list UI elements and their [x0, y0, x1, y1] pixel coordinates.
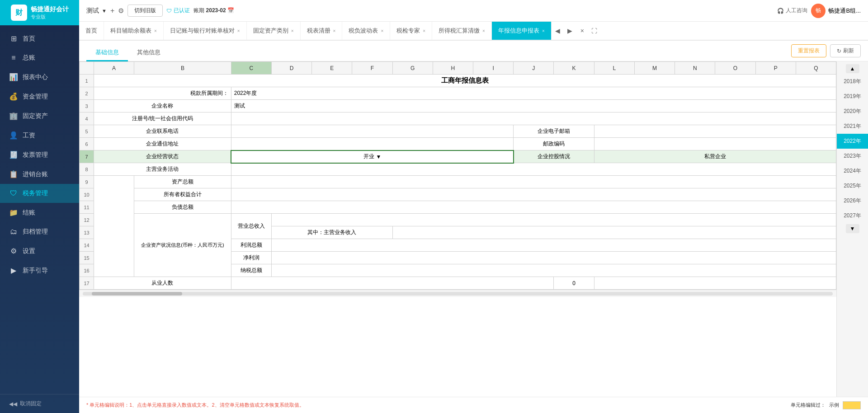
cell-11-C[interactable] — [231, 201, 836, 214]
tab-close-icon[interactable]: × — [291, 28, 294, 33]
col-header-D[interactable]: D — [271, 62, 311, 75]
tab-close-icon[interactable]: × — [381, 28, 383, 33]
tab-close-all-icon[interactable]: × — [577, 27, 588, 34]
sidebar-item-invoice[interactable]: 🧾 发票管理 — [0, 145, 79, 164]
tab-close-icon[interactable]: × — [542, 28, 545, 33]
tab-home[interactable]: 首页 — [79, 22, 104, 40]
cell-title[interactable]: 工商年报信息表 — [94, 75, 836, 87]
tab-tax-fluctuation[interactable]: 税负波动表 × — [342, 22, 390, 40]
sidebar-item-ledger[interactable]: ≡ 总账 — [0, 48, 79, 67]
cell-17-K[interactable]: 0 — [554, 277, 594, 290]
tab-tax-inspect[interactable]: 税检专家 × — [390, 22, 432, 40]
app-logo[interactable]: 财 畅捷通好会计 专业版 — [0, 0, 79, 25]
year-item-2025[interactable]: 2025年 — [837, 178, 868, 193]
fullscreen-icon[interactable]: ⛶ — [588, 28, 601, 34]
year-item-2022[interactable]: 2022年 — [837, 134, 868, 149]
cell-2-C[interactable]: 2022年度 — [231, 87, 836, 100]
project-selector[interactable]: 测试 ▼ — [86, 7, 107, 15]
sidebar-item-purchase[interactable]: 📋 进销台账 — [0, 164, 79, 184]
user-menu[interactable]: 畅 畅捷通B组... — [811, 4, 861, 18]
col-header-F[interactable]: F — [352, 62, 392, 75]
cell-15-C[interactable] — [271, 252, 836, 264]
refresh-btn[interactable]: ↻ 刷新 — [830, 44, 861, 57]
tab-income-tax[interactable]: 所得税汇算清缴 × — [432, 22, 492, 40]
col-header-N[interactable]: N — [675, 62, 715, 75]
sub-tab-other[interactable]: 其他信息 — [128, 45, 170, 61]
cell-13-F[interactable] — [392, 226, 836, 239]
tab-journal[interactable]: 日记账与银行对账单核对 × — [164, 22, 247, 40]
cell-10-C[interactable] — [231, 188, 836, 201]
sidebar-item-guide[interactable]: ▶ 新手引导 — [0, 261, 79, 280]
hscroll-thumb[interactable] — [92, 292, 182, 296]
col-header-O[interactable]: O — [715, 62, 755, 75]
cell-8-C[interactable] — [231, 163, 836, 176]
col-header-M[interactable]: M — [634, 62, 675, 75]
year-item-2024[interactable]: 2024年 — [837, 164, 868, 178]
calendar-icon[interactable]: 📅 — [227, 7, 234, 14]
sidebar-item-funds[interactable]: 💰 资金管理 — [0, 87, 79, 106]
year-item-2020[interactable]: 2020年 — [837, 104, 868, 119]
h-scrollbar[interactable] — [79, 290, 836, 297]
reset-btn[interactable]: 重置报表 — [791, 44, 826, 57]
consult-btn[interactable]: 🎧 人工咨询 — [777, 7, 807, 14]
cell-4-C[interactable] — [231, 113, 836, 125]
year-item-2021[interactable]: 2021年 — [837, 119, 868, 134]
sidebar-item-tax[interactable]: 🛡 税务管理 — [0, 184, 79, 203]
col-header-A[interactable]: A — [94, 62, 134, 75]
cell-6-C[interactable] — [231, 138, 514, 150]
cell-9-C[interactable] — [231, 176, 836, 188]
cell-3-C[interactable]: 测试 — [231, 100, 836, 113]
sidebar-item-salary[interactable]: 👤 工资 — [0, 126, 79, 145]
tab-tax-table[interactable]: 税表清册 × — [301, 22, 343, 40]
cell-12-C[interactable] — [271, 214, 836, 226]
sidebar-item-close[interactable]: 📁 结账 — [0, 203, 79, 222]
add-icon[interactable]: + — [110, 7, 114, 15]
year-item-2027[interactable]: 2027年 — [837, 208, 868, 223]
gear-icon[interactable]: ⚙ — [118, 7, 124, 15]
tab-close-icon[interactable]: × — [333, 28, 336, 33]
cell-6-L[interactable] — [594, 138, 836, 150]
dropdown-kaiye[interactable]: 开业 ▼ — [234, 153, 510, 160]
col-header-L[interactable]: L — [594, 62, 634, 75]
cell-16-C[interactable] — [271, 264, 836, 277]
cell-7-L[interactable]: 私营企业 — [594, 150, 836, 163]
sidebar-item-reports[interactable]: 📊 报表中心 — [0, 67, 79, 87]
switch-old-btn[interactable]: 切到旧版 — [127, 5, 163, 17]
year-item-2019[interactable]: 2019年 — [837, 89, 868, 104]
col-header-E[interactable]: E — [312, 62, 352, 75]
cell-5-L[interactable] — [594, 125, 836, 138]
sidebar-item-settings[interactable]: ⚙ 设置 — [0, 241, 79, 261]
tab-fixed-assets[interactable]: 固定资产类别 × — [247, 22, 301, 40]
tab-close-icon[interactable]: × — [237, 28, 240, 33]
spreadsheet-scroll[interactable]: A B C D E F G H I J K L M — [79, 61, 836, 397]
col-header-G[interactable]: G — [392, 62, 433, 75]
year-item-2018[interactable]: 2018年 — [837, 74, 868, 89]
sidebar-item-assets[interactable]: 🏢 固定资产 — [0, 106, 79, 126]
cell-5-C[interactable] — [231, 125, 514, 138]
cell-17-C[interactable] — [231, 277, 554, 290]
cell-7-C[interactable]: 开业 ▼ — [231, 150, 514, 163]
year-scroll-up-btn[interactable]: ▲ — [846, 64, 859, 73]
tab-annual-report[interactable]: 年报信息申报表 × — [492, 22, 552, 40]
tab-auxiliary[interactable]: 科目辅助余额表 × — [104, 22, 164, 40]
tab-close-icon[interactable]: × — [154, 28, 157, 33]
col-header-Q[interactable]: Q — [796, 62, 836, 75]
year-scroll-down-btn[interactable]: ▼ — [846, 224, 859, 233]
sidebar-collapse-btn[interactable]: ◀◀ 取消固定 — [0, 394, 79, 413]
cell-14-C[interactable] — [271, 239, 836, 252]
col-header-P[interactable]: P — [755, 62, 796, 75]
tab-close-icon[interactable]: × — [423, 28, 425, 33]
col-header-K[interactable]: K — [554, 62, 594, 75]
col-header-B[interactable]: B — [134, 62, 231, 75]
sub-tab-basic[interactable]: 基础信息 — [86, 45, 128, 61]
col-header-H[interactable]: H — [433, 62, 473, 75]
tab-close-icon[interactable]: × — [482, 28, 485, 33]
year-item-2026[interactable]: 2026年 — [837, 193, 868, 208]
sidebar-item-home[interactable]: ⊞ 首页 — [0, 29, 79, 48]
tab-prev-btn[interactable]: ◀ — [552, 27, 564, 34]
col-header-J[interactable]: J — [514, 62, 554, 75]
cell-17-L[interactable] — [594, 277, 836, 290]
sidebar-item-archive[interactable]: 🗂 归档管理 — [0, 222, 79, 241]
hscroll-track[interactable] — [83, 292, 833, 296]
col-header-C[interactable]: C — [231, 62, 271, 75]
